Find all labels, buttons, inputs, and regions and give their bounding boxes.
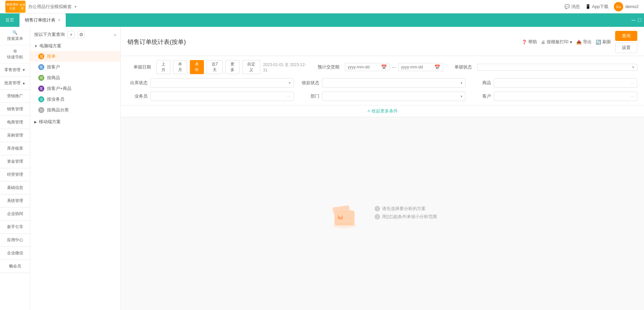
query-btn[interactable]: 查询 bbox=[615, 31, 637, 41]
hint1-num: 1 bbox=[375, 206, 380, 211]
expected-start-input[interactable] bbox=[348, 65, 380, 69]
customer-field: 客户 ··· bbox=[471, 92, 637, 101]
avatar: Ea bbox=[614, 2, 623, 11]
sidebar-corp[interactable]: 企业协同 bbox=[0, 208, 30, 220]
scheme-item-4[interactable]: 业 按业务员 bbox=[30, 94, 120, 105]
user-area[interactable]: Ea demo2 bbox=[614, 2, 639, 11]
scheme-label-1: 按客户 bbox=[47, 64, 60, 70]
print-dropdown-icon: ▾ bbox=[570, 40, 572, 45]
add-scheme-btn[interactable]: + bbox=[67, 31, 75, 38]
sidebar-sales[interactable]: 销售管理 bbox=[0, 103, 30, 116]
sidebar-appcenter[interactable]: 应用中心 bbox=[0, 234, 30, 247]
help-label: 帮助 bbox=[528, 39, 537, 45]
sidebar-purchase[interactable]: 采购管理 bbox=[0, 129, 30, 142]
refresh-btn[interactable]: 🔄 刷新 bbox=[596, 39, 611, 45]
customer-select[interactable]: ··· bbox=[494, 92, 637, 101]
collapse-bar[interactable]: ∧ 收起更多条件 bbox=[121, 105, 644, 117]
collapse-panel-btn[interactable]: « bbox=[114, 32, 116, 37]
pay-status-chevron: ▾ bbox=[461, 81, 463, 85]
more-btn[interactable]: 更多 bbox=[225, 60, 239, 74]
app-title: 办公用品行业模拟账套 bbox=[28, 4, 72, 10]
export-btn[interactable]: 📤 导出 bbox=[576, 39, 592, 45]
system-label: 系统管理 bbox=[7, 198, 23, 204]
salesman-select[interactable]: ··· bbox=[150, 92, 294, 101]
scheme-item-2[interactable]: 商 按商品 bbox=[30, 72, 120, 83]
end-cal-icon: 📅 bbox=[434, 64, 440, 70]
scheme-item-5[interactable]: 分 按商品分类 bbox=[30, 105, 120, 115]
custom-btn[interactable]: 自定义 bbox=[242, 60, 260, 74]
app-download-btn[interactable]: 📱 App下载 bbox=[585, 4, 608, 10]
print-btn[interactable]: 🖨 按模板打印 ▾ bbox=[541, 39, 572, 45]
scheme-item-3[interactable]: 客 按客户+商品 bbox=[30, 83, 120, 94]
mobile-group-label: 移动端方案 bbox=[39, 119, 61, 125]
date-filter-label: 单据日期 bbox=[127, 64, 151, 70]
expected-end-input[interactable] bbox=[401, 65, 433, 69]
sidebar-business[interactable]: 经营管理 bbox=[0, 168, 30, 181]
expected-start-date[interactable]: 📅 bbox=[345, 63, 390, 71]
empty-state: 1 请先选择要分析的方案 2 用[过滤]条件来缩小分析范围 bbox=[121, 117, 644, 310]
tab-sales-order[interactable]: 销售订单统计表 × bbox=[19, 13, 66, 27]
pay-status-select[interactable]: ▾ bbox=[322, 78, 466, 88]
this-month-btn[interactable]: 本月 bbox=[173, 60, 187, 74]
filter-section: 出库状态 ▾ 收款状态 ▾ bbox=[127, 78, 637, 101]
sidebar-search-label: 搜索菜单 bbox=[7, 36, 23, 42]
title-dropdown-icon[interactable]: ▾ bbox=[74, 4, 76, 9]
mobile-group-title[interactable]: ▶ 移动端方案 bbox=[30, 117, 120, 127]
message-icon: 💬 bbox=[565, 4, 570, 9]
pc-group-label: 电脑端方案 bbox=[40, 43, 61, 49]
product-select[interactable]: ··· bbox=[494, 78, 637, 88]
tab-close-icon[interactable]: × bbox=[58, 18, 60, 22]
logo-subtext: 标准版 bbox=[19, 3, 25, 10]
sidebar-corpwechat[interactable]: 企业微信 bbox=[0, 247, 30, 260]
customer-label: 客户 bbox=[471, 93, 491, 99]
sidebar-finance[interactable]: 资金管理 bbox=[0, 155, 30, 168]
empty-hint-1: 1 请先选择要分析的方案 bbox=[375, 206, 437, 212]
sidebar-inventory[interactable]: 库存核算 bbox=[0, 142, 30, 155]
sidebar-section-basic: 基础信息 bbox=[0, 182, 30, 195]
sidebar-search[interactable]: 🔍 搜索菜单 bbox=[0, 27, 30, 45]
out-status-select[interactable]: ▾ bbox=[150, 78, 294, 88]
sidebar-wholesale[interactable]: 批发管理 ▲ bbox=[0, 77, 30, 90]
pc-group-title[interactable]: ▼ 电脑端方案 bbox=[30, 41, 120, 51]
window-minimize-icon[interactable]: ─ bbox=[632, 17, 635, 23]
sidebar-newbie[interactable]: 新手引导 bbox=[0, 221, 30, 234]
scheme-item-1[interactable]: 客 按客户 bbox=[30, 62, 120, 72]
sidebar-quick-nav[interactable]: ⊞ 快捷导航 bbox=[0, 45, 30, 63]
scheme-item-0[interactable]: 按 按单 bbox=[30, 51, 120, 62]
member-label: 畅会员 bbox=[9, 263, 21, 269]
tab-home[interactable]: 首页 bbox=[0, 13, 19, 27]
sidebar-section-nav: ⊞ 快捷导航 bbox=[0, 45, 30, 64]
help-btn[interactable]: ❓ 帮助 bbox=[522, 39, 537, 45]
sidebar-section-finance: 资金管理 bbox=[0, 155, 30, 168]
sidebar-section-marketing: 营销推广 bbox=[0, 90, 30, 103]
sidebar-basic[interactable]: 基础信息 bbox=[0, 182, 30, 194]
settings-scheme-btn[interactable]: ⚙ bbox=[77, 31, 85, 38]
last7days-btn[interactable]: 近7天 bbox=[207, 60, 223, 74]
empty-illustration bbox=[328, 197, 361, 230]
sidebar-retail[interactable]: 零售管理 ▼ bbox=[0, 64, 30, 76]
message-btn[interactable]: 💬 消息 bbox=[565, 4, 580, 10]
page-actions: ❓ 帮助 🖨 按模板打印 ▾ 📤 导出 bbox=[522, 31, 637, 53]
sidebar-section-ecommerce: 电商管理 bbox=[0, 116, 30, 129]
settings-btn[interactable]: 设置 bbox=[615, 42, 637, 53]
last-month-btn[interactable]: 上月 bbox=[156, 60, 170, 74]
sidebar-section-system: 系统管理 bbox=[0, 195, 30, 208]
sidebar-section-search: 🔍 搜索菜单 bbox=[0, 27, 30, 45]
window-maximize-icon[interactable]: □ bbox=[638, 17, 641, 23]
sidebar-marketing[interactable]: 营销推广 bbox=[0, 90, 30, 103]
sidebar-section-corpwechat: 企业微信 bbox=[0, 247, 30, 260]
scheme-label-4: 按业务员 bbox=[47, 96, 64, 102]
expected-date-label: 预计交货期 bbox=[316, 64, 339, 70]
this-year-btn[interactable]: 本年 bbox=[190, 60, 204, 74]
marketing-label: 营销推广 bbox=[7, 93, 23, 99]
status-select[interactable]: ▾ bbox=[477, 64, 638, 71]
page-title-bar: 销售订单统计表(按单) ❓ 帮助 🖨 按模板打印 ▾ bbox=[121, 27, 644, 56]
customer-more-icon: ··· bbox=[630, 94, 634, 99]
sidebar-section-purchase: 采购管理 bbox=[0, 129, 30, 142]
sidebar-system[interactable]: 系统管理 bbox=[0, 195, 30, 207]
sidebar-member[interactable]: 畅会员 bbox=[0, 260, 30, 273]
sidebar-ecommerce[interactable]: 电商管理 bbox=[0, 116, 30, 129]
refresh-label: 刷新 bbox=[602, 39, 611, 45]
expected-end-date[interactable]: 📅 bbox=[398, 63, 443, 71]
dept-select[interactable]: ▾ bbox=[322, 92, 466, 101]
